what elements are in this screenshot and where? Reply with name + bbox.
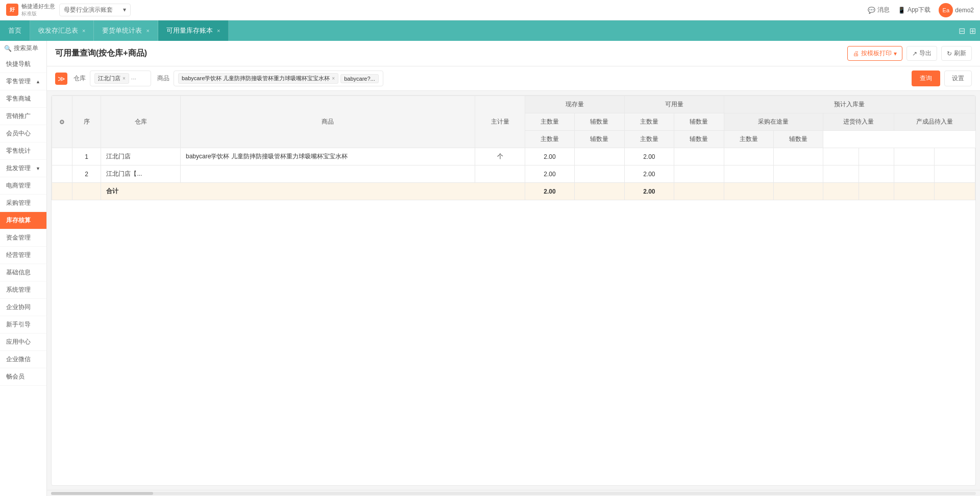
sidebar-item-system-mgmt[interactable]: 系统管理 — [0, 281, 46, 299]
search-menu-label: 搜索菜单 — [14, 44, 38, 53]
query-button[interactable]: 查询 — [912, 70, 940, 86]
message-button[interactable]: 💬 消息 — [868, 6, 890, 14]
sidebar-item-enterprise-collab[interactable]: 企业协同 — [0, 299, 46, 316]
cell-unit — [475, 166, 525, 183]
printer-icon: 🖨 — [853, 50, 859, 57]
app-download-button[interactable]: 📱 App下载 — [898, 6, 930, 14]
logo-icon: 好 — [6, 4, 18, 16]
export-icon: ↗ — [912, 50, 917, 57]
sidebar-item-marketing[interactable]: 营销推广 — [0, 108, 46, 125]
product-filter-value[interactable]: babycare学饮杯 儿童防摔防撞吸管杯重力球吸嘴杯宝宝水杯 × babyca… — [174, 70, 383, 86]
sidebar: 🔍 搜索菜单 快捷导航 零售管理 零售商城 营销推广 会员中心 零售统计 批发管… — [0, 41, 47, 496]
table-total-row: 合计 2.00 2.00 — [52, 183, 975, 200]
page-header-actions: 🖨 按模板打印 ▾ ↗ 导出 ↻ 刷新 — [847, 46, 972, 61]
print-chevron: ▾ — [894, 50, 897, 57]
tab-order-close[interactable]: × — [146, 28, 149, 34]
sidebar-item-app-center[interactable]: 应用中心 — [0, 334, 46, 351]
marketing-label: 营销推广 — [6, 112, 31, 121]
finance-label: 资金管理 — [6, 233, 31, 242]
print-label: 按模板打印 — [861, 49, 892, 58]
col-prod-aux: 辅数量 — [773, 131, 823, 148]
col-unit: 主计量 — [475, 96, 525, 148]
logo-main-text: 畅捷通好生意 — [21, 3, 55, 10]
col-available-group: 可用量 — [624, 96, 724, 113]
logo-sub-text: 标准版 — [21, 10, 55, 17]
product-filter-label: 商品 — [157, 74, 169, 83]
tab-order-stats[interactable]: 要货单统计表 × — [94, 20, 158, 41]
cell-pur-transit-aux — [773, 166, 823, 183]
col-incoming-group: 进货待入量 — [823, 113, 894, 131]
sidebar-item-enterprise-wechat[interactable]: 企业微信 — [0, 351, 46, 368]
tab-home-label: 首页 — [8, 26, 21, 35]
cell-incoming-main — [823, 148, 859, 166]
col-planned-inbound-group: 预计入库量 — [724, 96, 975, 113]
refresh-icon: ↻ — [947, 50, 952, 57]
search-menu[interactable]: 🔍 搜索菜单 — [0, 41, 46, 56]
sidebar-item-new-guide[interactable]: 新手引导 — [0, 316, 46, 334]
username: demo2 — [955, 7, 974, 14]
filter-bar: ≫ 仓库 江北门店 × ··· 商品 babycare学饮杯 儿童防摔防撞吸管杯… — [47, 66, 980, 91]
nav-maximize-icon[interactable]: ⊞ — [969, 26, 976, 36]
top-bar-right: 💬 消息 📱 App下载 Ea demo2 — [868, 3, 974, 17]
sidebar-item-wholesale-mgmt[interactable]: 批发管理 — [0, 160, 46, 177]
cell-pur-transit-aux — [773, 148, 823, 166]
refresh-button[interactable]: ↻ 刷新 — [941, 46, 972, 61]
cell-pur-transit-main — [724, 166, 773, 183]
tab-home[interactable]: 首页 — [0, 20, 30, 41]
product-tag-1-remove[interactable]: × — [332, 76, 335, 81]
col-gear[interactable]: ⚙ — [52, 96, 72, 148]
app-center-label: 应用中心 — [6, 338, 31, 346]
quick-nav-label: 快捷导航 — [6, 60, 31, 68]
sidebar-item-purchase-mgmt[interactable]: 采购管理 — [0, 195, 46, 212]
warehouse-filter-value[interactable]: 江北门店 × ··· — [90, 70, 151, 86]
app-icon: 📱 — [898, 7, 905, 14]
content-area: 可用量查询(按仓库+商品) 🖨 按模板打印 ▾ ↗ 导出 ↻ 刷新 ≫ — [47, 41, 980, 496]
retail-mall-label: 零售商城 — [6, 95, 31, 103]
cell-current-main: 2.00 — [525, 166, 574, 183]
tab-receivable-close[interactable]: × — [82, 28, 85, 34]
tab-available-stock[interactable]: 可用量库存账本 × — [158, 20, 229, 41]
sidebar-item-retail-stats[interactable]: 零售统计 — [0, 143, 46, 160]
member-center-label: 会员中心 — [6, 129, 31, 138]
industry-selector[interactable]: 母婴行业演示账套 ▾ — [59, 4, 131, 16]
sidebar-item-member-center[interactable]: 会员中心 — [0, 125, 46, 143]
total-avail-aux — [674, 183, 724, 200]
col-pur-transit-group: 采购在途量 — [724, 113, 823, 131]
total-prod-main — [894, 183, 934, 200]
user-profile[interactable]: Ea demo2 — [939, 3, 974, 17]
filter-expand-button[interactable]: ≫ — [55, 73, 67, 85]
col-product: 商品 — [181, 96, 475, 148]
sidebar-item-retail-mgmt[interactable]: 零售管理 — [0, 73, 46, 90]
scrollbar-thumb[interactable] — [51, 492, 153, 495]
warehouse-tag: 江北门店 × — [94, 73, 129, 84]
vip-member-label: 畅会员 — [6, 372, 24, 381]
nav-minimize-icon[interactable]: ⊟ — [959, 26, 965, 36]
new-guide-label: 新手引导 — [6, 320, 31, 329]
sidebar-item-vip-member[interactable]: 畅会员 — [0, 368, 46, 386]
export-button[interactable]: ↗ 导出 — [906, 46, 937, 61]
col-avail-aux: 辅数量 — [674, 113, 724, 131]
sidebar-item-business-mgmt[interactable]: 经营管理 — [0, 247, 46, 264]
warehouse-filter-dots[interactable]: ··· — [131, 75, 136, 82]
sidebar-item-inventory[interactable]: 库存核算 — [0, 212, 46, 229]
settings-button[interactable]: 设置 — [944, 70, 972, 86]
warehouse-tag-remove[interactable]: × — [122, 76, 126, 81]
table-row: 2 江北门店【... 2.00 2.00 — [52, 166, 975, 183]
sidebar-item-retail-mall[interactable]: 零售商城 — [0, 90, 46, 108]
sidebar-item-finance[interactable]: 资金管理 — [0, 229, 46, 247]
cell-pur-transit-main — [724, 148, 773, 166]
print-button[interactable]: 🖨 按模板打印 ▾ — [847, 46, 902, 61]
page-title: 可用量查询(按仓库+商品) — [55, 48, 147, 59]
cell-current-main: 2.00 — [525, 148, 574, 166]
total-gear — [52, 183, 72, 200]
cell-warehouse: 江北门店【... — [101, 166, 181, 183]
app-label: App下载 — [908, 6, 930, 14]
tab-available-label: 可用量库存账本 — [166, 26, 213, 35]
scrollbar-track[interactable] — [51, 492, 976, 495]
tab-available-close[interactable]: × — [217, 28, 220, 34]
sidebar-item-ecommerce[interactable]: 电商管理 — [0, 177, 46, 195]
col-pur-transit-aux: 辅数量 — [575, 131, 624, 148]
sidebar-item-quick-nav[interactable]: 快捷导航 — [0, 56, 46, 73]
sidebar-item-basic-info[interactable]: 基础信息 — [0, 264, 46, 281]
tab-receivable-summary[interactable]: 收发存汇总表 × — [30, 20, 94, 41]
